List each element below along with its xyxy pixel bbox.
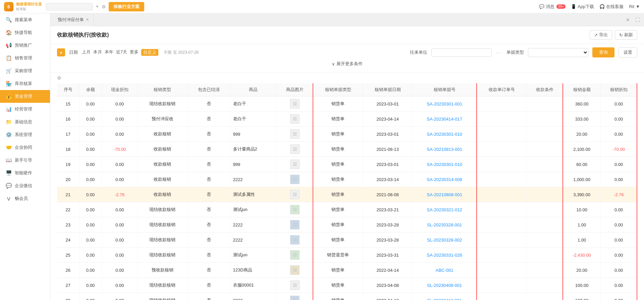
- cell-include_settled: 否: [187, 263, 230, 278]
- settings-button[interactable]: 设置: [619, 47, 637, 57]
- cell-writeoff_num[interactable]: SA-20230321-012: [413, 202, 477, 217]
- tab-close-prepaid[interactable]: ✕: [86, 17, 89, 22]
- cell-writeoff_type: 收款核销: [138, 187, 187, 202]
- sidebar-item-search[interactable]: 🔍搜索菜单: [0, 13, 50, 26]
- cell-goods_image: 🖼: [277, 157, 313, 172]
- table-settings-icon[interactable]: ⚙: [57, 75, 61, 81]
- cell-receipt_order_num: [477, 232, 527, 248]
- logo-name: 畅捷通谱好生意: [16, 2, 42, 7]
- cell-writeoff_num[interactable]: SA-20230301-001: [413, 96, 477, 112]
- from-unit-input[interactable]: [431, 48, 492, 57]
- cell-balance: 0.00: [79, 127, 102, 142]
- sidebar-item-system[interactable]: ⚙️系统管理: [0, 128, 50, 141]
- sidebar-item-marketing[interactable]: 📢营销推广: [0, 39, 50, 52]
- cell-writeoff_num[interactable]: SA-20230414-017: [413, 112, 477, 127]
- date-custom[interactable]: 自定义: [141, 49, 158, 56]
- cell-writeoff_num[interactable]: SA-20230301-010: [413, 127, 477, 142]
- sidebar-item-quicknav[interactable]: 🏠快捷导航: [0, 26, 50, 39]
- cell-writeoff_discount: 0.00: [601, 278, 637, 293]
- date-this-month[interactable]: 本月: [93, 49, 102, 56]
- date-this-year[interactable]: 本年: [105, 49, 113, 56]
- table-header-settings: ⚙: [57, 73, 637, 83]
- cell-writeoff_num[interactable]: SA-20210808-001: [413, 187, 477, 202]
- cell-writeoff_type: 现结收款核销: [138, 96, 187, 112]
- cell-receipt_condition: [527, 127, 563, 142]
- main-content: 首页预付冲应付单✕收款核销执行✕ ✕ ⛶ 收款核销执行(按收款) ↗ 导出 ↻ …: [50, 13, 644, 300]
- cell-receipt_condition: [527, 96, 563, 112]
- table-area[interactable]: ⚙ 序号余额现金折扣核销类型包含已结清商品商品图片核销单据类型核销单据日期核销单…: [50, 73, 644, 300]
- col-header-include_settled: 包含已结清: [187, 83, 230, 96]
- cell-writeoff_order_type: 销货单: [313, 127, 363, 142]
- sidebar-item-basic[interactable]: 📁基础信息: [0, 116, 50, 128]
- sidebar-item-hardware[interactable]: 🖥️智能硬件: [0, 167, 50, 179]
- app-download-button[interactable]: 📱 App下载: [571, 4, 594, 10]
- sidebar-item-purchase[interactable]: 🛒采购管理: [0, 65, 50, 77]
- cell-writeoff_num[interactable]: SL-20230328-001: [413, 217, 477, 232]
- sidebar-item-guide[interactable]: 📖新手引导: [0, 154, 50, 167]
- expand-icon: ∨: [332, 61, 335, 67]
- cell-receipt_condition: [527, 172, 563, 187]
- cell-writeoff_num[interactable]: SA-20230301-010: [413, 157, 477, 172]
- expand-more-button[interactable]: ∨ 展开更多条件: [332, 61, 363, 67]
- cell-goods: 测试jun: [230, 248, 277, 263]
- cell-writeoff_type: 现结收款核销: [138, 232, 187, 248]
- filter-toggle-button[interactable]: »: [57, 48, 65, 56]
- sidebar-item-business[interactable]: 📊经营管理: [0, 103, 50, 116]
- col-header-writeoff_date: 核销单据日期: [363, 83, 413, 96]
- query-button[interactable]: 查询: [592, 47, 614, 57]
- cell-writeoff_num[interactable]: SA-20230331-026: [413, 248, 477, 263]
- sidebar-item-finance[interactable]: 💰资金管理: [0, 90, 50, 103]
- cell-cash_discount: 0.00: [102, 232, 138, 248]
- cell-writeoff_num[interactable]: SA-20230314-008: [413, 172, 477, 187]
- solution-button[interactable]: 体验行业方案: [109, 2, 144, 11]
- cell-goods: 测试jun: [230, 202, 277, 217]
- cell-writeoff_num[interactable]: ABC-001: [413, 263, 477, 278]
- sidebar-item-wechat[interactable]: 💬企业微信: [0, 179, 50, 192]
- cell-writeoff_date: 2021-08-13: [363, 142, 413, 157]
- cell-writeoff_type: 现结收款核销: [138, 248, 187, 263]
- cell-receipt_order_num: [477, 112, 527, 127]
- sidebar-item-sales[interactable]: 📋销售管理: [0, 52, 50, 65]
- table-row: 180.00-70.00收款核销否多计量商品2🖼销货单2021-08-13SA-…: [57, 142, 637, 157]
- user-menu[interactable]: Rit ▼: [629, 4, 640, 9]
- date-7days[interactable]: 近7天: [116, 49, 127, 56]
- refresh-button[interactable]: ↻ 刷新: [615, 30, 637, 40]
- cell-writeoff_num[interactable]: SL-20230418-001: [413, 293, 477, 300]
- col-header-balance: 余额: [79, 83, 102, 96]
- sidebar-item-member[interactable]: V畅会员: [0, 192, 50, 205]
- date-more[interactable]: 更多: [130, 49, 139, 56]
- settings-icon[interactable]: ⚙: [102, 4, 106, 9]
- top-search-input[interactable]: [46, 3, 93, 10]
- export-button[interactable]: ↗ 导出: [590, 30, 612, 40]
- sidebar-item-enterprise[interactable]: 🤝企业协同: [0, 141, 50, 154]
- cell-writeoff_amount: 100.00: [563, 278, 601, 293]
- close-window-icon[interactable]: ✕: [625, 17, 631, 23]
- order-type-select[interactable]: [528, 48, 588, 57]
- date-last-month[interactable]: 上月: [82, 49, 91, 56]
- cell-receipt_order_num: [477, 187, 527, 202]
- cell-receipt_order_num: [477, 172, 527, 187]
- table-row: 210.00-2.76收款核销否测试多属性🖼销货单2021-08-08SA-20…: [57, 187, 637, 202]
- cell-writeoff_amount: 360.00: [563, 96, 601, 112]
- maximize-icon[interactable]: ⛶: [634, 17, 641, 23]
- cell-writeoff_num[interactable]: SL-20230328-002: [413, 232, 477, 248]
- cell-writeoff_num[interactable]: SL-20230408-001: [413, 278, 477, 293]
- cell-balance: 0.00: [79, 142, 102, 157]
- messages-button[interactable]: 💬 消息 99+: [539, 4, 566, 10]
- cell-writeoff_num[interactable]: SA-20210813-001: [413, 142, 477, 157]
- cell-receipt_order_num: [477, 96, 527, 112]
- sidebar-label-member: 畅会员: [15, 196, 28, 202]
- tab-prepaid[interactable]: 预付冲应付单✕: [53, 13, 94, 26]
- sidebar-icon-marketing: 📢: [5, 42, 12, 48]
- expand-more-area: ∨ 展开更多条件: [57, 59, 637, 69]
- cell-include_settled: 否: [187, 217, 230, 232]
- col-header-receipt_order_num: 收款单订单号: [477, 83, 527, 96]
- user-name: Rit: [629, 4, 634, 9]
- cell-writeoff_amount: 1.00: [563, 217, 601, 232]
- online-service-button[interactable]: 🎧 在线客服: [599, 4, 624, 10]
- cell-writeoff_amount: 20.00: [563, 263, 601, 278]
- sidebar-icon-member: V: [5, 196, 12, 202]
- cell-goods_image: 🖼: [277, 217, 313, 232]
- sidebar-item-inventory[interactable]: 🏪库存核算: [0, 77, 50, 90]
- cell-include_settled: 否: [187, 187, 230, 202]
